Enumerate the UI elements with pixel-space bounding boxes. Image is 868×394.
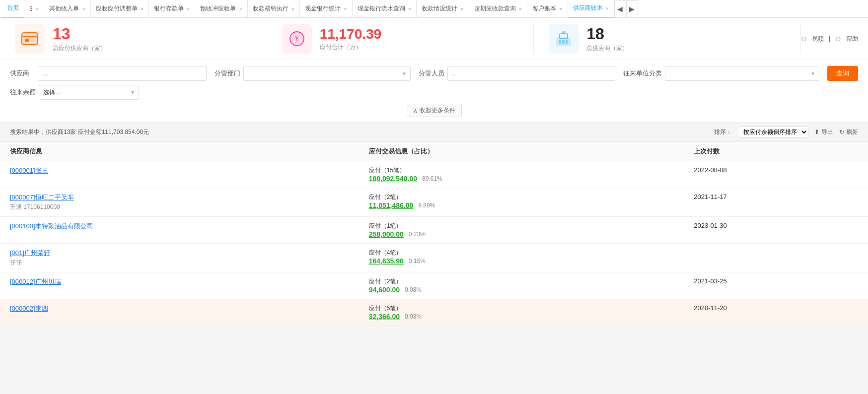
nav-tab-advance-receive[interactable]: 预收冲应收单 ×: [195, 0, 247, 18]
divider: |: [829, 35, 830, 42]
table-wrap: 供应商信息 应付交易信息（占比） 上次付数 [000001]张三应付（15笔）1…: [0, 142, 868, 326]
unit-class-filter-label: 往来单位分类: [623, 69, 662, 78]
export-label: 导出: [821, 128, 833, 136]
refresh-button[interactable]: ↻ 刷新: [839, 128, 858, 136]
close-tab-bank-deposit-icon[interactable]: ×: [187, 6, 190, 12]
close-tab-collection-stat-icon[interactable]: ×: [460, 6, 463, 12]
nav-tab-other-income[interactable]: 其他收入单 ×: [44, 0, 90, 18]
tx-amount[interactable]: 94,600.00: [369, 286, 400, 294]
close-tab-supplier-account-icon[interactable]: ×: [606, 5, 609, 11]
result-bar-right: 排序： 按应付余额倒序排序 ⬆ 导出 ↻ 刷新: [714, 127, 858, 137]
sort-select[interactable]: 按应付余额倒序排序: [738, 127, 808, 137]
video-link[interactable]: 视频: [812, 35, 824, 43]
nav-tab-cash-bank-flow[interactable]: 现金银行流水查询 ×: [353, 0, 417, 18]
nav-tab-bank-deposit-label: 银行存款单: [154, 4, 184, 13]
nav-tab-3-label: 3: [29, 5, 33, 12]
nav-tab-advance-receive-label: 预收冲应收单: [200, 4, 236, 13]
tx-pct: 0.08%: [405, 286, 422, 293]
nav-tab-bank-deposit[interactable]: 银行存款单 ×: [149, 0, 195, 18]
th-tx-info: 应付交易信息（占比）: [359, 142, 684, 161]
nav-tab-ar-adjust[interactable]: 应收应付调整单 ×: [91, 0, 149, 18]
nav-tab-other-income-label: 其他收入单: [49, 4, 79, 13]
nav-tab-cash-bank-stat[interactable]: 现金银行统计 ×: [300, 0, 352, 18]
last-pay-cell: 2020-11-20: [684, 299, 868, 326]
last-pay-cell: 2021-03-25: [684, 272, 868, 299]
tx-info-cell: 应付（4笔）164,635.900.15%: [359, 244, 684, 272]
close-tab-cash-bank-stat-icon[interactable]: ×: [344, 6, 347, 12]
svg-rect-9: [562, 40, 565, 44]
close-tab-3-icon[interactable]: ×: [36, 6, 39, 12]
circle-icon: ⊙: [801, 35, 807, 43]
nav-tab-collection-stat[interactable]: 收款情况统计 ×: [417, 0, 469, 18]
supplier-link[interactable]: [000100]本特勤油品有限公司: [10, 222, 93, 230]
last-pay-cell: 2022-08-08: [684, 161, 868, 188]
nav-tab-overdue-query[interactable]: 超期应收款查询 ×: [469, 0, 527, 18]
last-pay-cell: 2023-01-30: [684, 217, 868, 244]
table-row: [000001]张三应付（15笔）100,092,540.0089.61%202…: [0, 161, 868, 188]
unit-class-select-wrap: ▼: [665, 66, 820, 81]
tx-amount[interactable]: 32,366.00: [369, 313, 400, 321]
close-tab-customer-account-icon[interactable]: ×: [559, 6, 562, 12]
unit-class-select[interactable]: [665, 66, 820, 81]
table-row: [000012]广州贝瑞应付（2笔）94,600.000.08%2021-03-…: [0, 272, 868, 299]
export-button[interactable]: ⬆ 导出: [814, 128, 833, 136]
nav-tab-supplier-account[interactable]: 供应商账本 ×: [568, 0, 614, 18]
supplier-link[interactable]: [000001]张三: [10, 167, 48, 174]
supplier-input[interactable]: [38, 66, 207, 81]
tx-label: 应付（5笔）: [369, 304, 674, 313]
person-input[interactable]: [447, 66, 615, 81]
query-button[interactable]: 查询: [827, 66, 858, 81]
last-pay-cell: [684, 244, 868, 272]
close-tab-collection-exec-icon[interactable]: ×: [291, 6, 294, 12]
tx-amount[interactable]: 11,051,486.00: [369, 201, 414, 209]
nav-tab-supplier-account-label: 供应商账本: [573, 4, 603, 12]
close-tab-other-income-icon[interactable]: ×: [82, 6, 85, 12]
dept-select[interactable]: [243, 66, 411, 81]
th-last-pay: 上次付数: [684, 142, 868, 161]
tx-pct: 0.03%: [405, 313, 422, 320]
balance-select[interactable]: 选择...: [39, 85, 139, 100]
nav-tab-collection-exec-label: 收款核销执行: [253, 4, 289, 13]
close-tab-ar-adjust-icon[interactable]: ×: [141, 6, 144, 12]
supplier-link[interactable]: [000007]恒旺二手叉车: [10, 194, 74, 201]
table-row: [000007]恒旺二手叉车王通 17106110000应付（2笔）11,051…: [0, 188, 868, 217]
svg-rect-13: [562, 31, 566, 33]
last-pay-cell: 2021-11-17: [684, 188, 868, 217]
nav-tab-home[interactable]: 首页: [2, 0, 24, 18]
tx-pct: 9.89%: [418, 202, 435, 209]
nav-prev-arrow[interactable]: ◀: [614, 0, 626, 18]
close-tab-advance-receive-icon[interactable]: ×: [239, 6, 242, 12]
supplier-link[interactable]: [001]广州荣轩: [10, 249, 50, 257]
sort-label: 排序：: [714, 128, 732, 136]
close-tab-cash-bank-flow-icon[interactable]: ×: [408, 6, 411, 12]
tx-label: 应付（1笔）: [369, 222, 674, 230]
tx-info-cell: 应付（2笔）94,600.000.08%: [359, 272, 684, 299]
supplier-info-cell: [000012]广州贝瑞: [0, 272, 359, 299]
stat-label-payable-total: 应付合计（万）: [320, 43, 382, 52]
stat-number-payable-suppliers: 13: [53, 25, 106, 43]
filter-item-person: 分管人员: [419, 66, 615, 81]
tx-info-cell: 应付（2笔）11,051,486.009.89%: [359, 188, 684, 217]
tx-amount[interactable]: 100,092,540.00: [369, 175, 417, 183]
supplier-link[interactable]: [000002]李四: [10, 305, 48, 312]
svg-text:¥: ¥: [295, 34, 299, 43]
refresh-icon: ↻: [839, 129, 844, 135]
collapse-button[interactable]: ∧ 收起更多条件: [407, 104, 462, 117]
supplier-info-cell: [001]广州荣轩仔仔: [0, 244, 359, 272]
close-tab-overdue-query-icon[interactable]: ×: [519, 6, 522, 12]
tx-label: 应付（2笔）: [369, 193, 674, 201]
tx-amount[interactable]: 258,000.00: [369, 230, 404, 238]
nav-tab-collection-exec[interactable]: 收款核销执行 ×: [248, 0, 300, 18]
table-row: [000100]本特勤油品有限公司应付（1笔）258,000.000.23%20…: [0, 217, 868, 244]
table-header-row: 供应商信息 应付交易信息（占比） 上次付数: [0, 142, 868, 161]
nav-tab-customer-account[interactable]: 客户账本 ×: [527, 0, 568, 18]
tx-amount[interactable]: 164,635.90: [369, 257, 404, 265]
nav-tab-3[interactable]: 3 ×: [24, 0, 44, 18]
stat-label-payable-suppliers: 总应付供应商（家）: [53, 44, 106, 53]
help-link[interactable]: 帮助: [846, 35, 858, 43]
nav-next-arrow[interactable]: ▶: [626, 0, 638, 18]
nav-tab-cash-bank-flow-label: 现金银行流水查询: [358, 4, 405, 13]
top-nav: 首页 3 × 其他收入单 × 应收应付调整单 × 银行存款单 × 预收冲应收单 …: [0, 0, 868, 18]
tx-pct: 0.15%: [409, 258, 426, 264]
supplier-link[interactable]: [000012]广州贝瑞: [10, 278, 61, 285]
